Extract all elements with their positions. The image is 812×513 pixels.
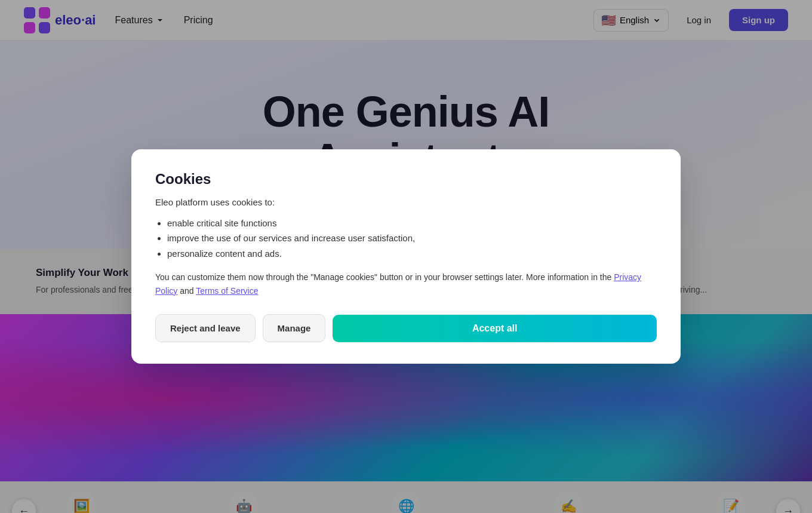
cookie-title: Cookies bbox=[155, 171, 657, 188]
cookie-intro: Eleo platform uses cookies to: bbox=[155, 197, 657, 207]
tos-link[interactable]: Terms of Service bbox=[196, 286, 258, 296]
cookie-list: enable critical site functions improve t… bbox=[155, 216, 657, 262]
cookie-overlay: Cookies Eleo platform uses cookies to: e… bbox=[0, 0, 812, 513]
reject-button[interactable]: Reject and leave bbox=[155, 314, 256, 342]
accept-button[interactable]: Accept all bbox=[333, 315, 657, 342]
cookie-dialog: Cookies Eleo platform uses cookies to: e… bbox=[131, 149, 681, 364]
cookie-list-item-0: enable critical site functions bbox=[167, 216, 657, 231]
cookie-list-item-2: personalize content and ads. bbox=[167, 246, 657, 262]
cookie-buttons: Reject and leave Manage Accept all bbox=[155, 314, 657, 342]
manage-button[interactable]: Manage bbox=[263, 314, 326, 342]
cookie-list-item-1: improve the use of our services and incr… bbox=[167, 231, 657, 246]
cookie-note: You can customize them now through the "… bbox=[155, 271, 657, 297]
